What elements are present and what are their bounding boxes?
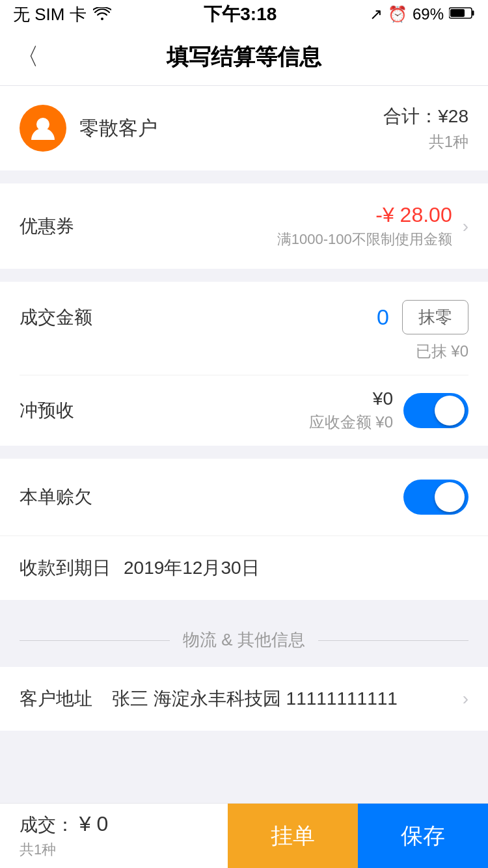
logistics-header: 物流 & 其他信息 — [0, 613, 488, 667]
logistics-header-label: 物流 & 其他信息 — [170, 630, 318, 649]
prepaid-toggle[interactable] — [403, 393, 468, 428]
customer-right: 合计：¥28 共1种 — [383, 104, 468, 152]
debt-toggle[interactable] — [403, 480, 468, 515]
status-left: 无 SIM 卡 — [13, 3, 111, 26]
time-text: 下午3:18 — [204, 2, 277, 27]
bottom-spacer — [0, 744, 488, 809]
toggle-knob-debt — [435, 482, 465, 512]
bottom-deal-label: 成交： — [20, 815, 74, 835]
address-section: 客户地址 张三 海淀永丰科技园 11111111111 › — [0, 667, 488, 731]
content: 零散客户 合计：¥28 共1种 优惠券 -¥ 28.00 满1000-100不限… — [0, 86, 488, 809]
coupon-card: 优惠券 -¥ 28.00 满1000-100不限制使用金额 › — [0, 183, 488, 269]
pending-button[interactable]: 挂单 — [228, 804, 358, 869]
round-button[interactable]: 抹零 — [402, 300, 468, 334]
toggle-knob — [435, 396, 465, 426]
battery-icon — [449, 5, 475, 23]
save-button[interactable]: 保存 — [358, 804, 488, 869]
avatar-icon — [27, 113, 59, 144]
debt-row: 本单赊欠 — [0, 459, 488, 536]
debt-label: 本单赊欠 — [20, 485, 92, 509]
avatar — [20, 105, 66, 152]
amount-row: 成交金额 0 抹零 — [0, 282, 488, 341]
status-right: ↗ ⏰ 69% — [370, 5, 475, 23]
chevron-right-icon: › — [463, 216, 468, 237]
amount-value: 0 — [377, 305, 389, 330]
alarm-icon: ⏰ — [388, 5, 407, 23]
deal-amount-label: 成交金额 — [20, 305, 92, 330]
prepaid-row: 冲预收 ¥0 应收金额 ¥0 — [0, 375, 488, 446]
prepaid-value-group: ¥0 应收金额 ¥0 — [309, 388, 468, 433]
coupon-row[interactable]: 优惠券 -¥ 28.00 满1000-100不限制使用金额 › — [0, 183, 488, 269]
back-button[interactable]: 〈 — [16, 41, 39, 73]
due-date-row: 收款到期日 2019年12月30日 — [0, 536, 488, 600]
bottom-deal-row: 成交： ¥ 0 — [20, 812, 208, 837]
prepaid-label: 冲预收 — [20, 398, 74, 423]
deal-amount-section: 成交金额 0 抹零 已抹 ¥0 冲预收 ¥0 应收金额 ¥0 — [0, 282, 488, 446]
svg-rect-1 — [472, 10, 474, 16]
address-chevron-icon: › — [463, 688, 468, 709]
total-count: 共1种 — [383, 131, 468, 152]
debt-section: 本单赊欠 收款到期日 2019年12月30日 — [0, 459, 488, 600]
svg-rect-2 — [450, 9, 465, 17]
coupon-desc: 满1000-100不限制使用金额 — [277, 230, 452, 249]
coupon-value: -¥ 28.00 满1000-100不限制使用金额 — [277, 203, 452, 249]
amount-right: 0 抹零 — [377, 300, 468, 334]
coupon-value-group: -¥ 28.00 满1000-100不限制使用金额 › — [277, 203, 468, 249]
customer-left: 零散客户 — [20, 105, 157, 152]
nav-title: 填写结算等信息 — [167, 42, 321, 72]
already-deducted: 已抹 ¥0 — [0, 341, 488, 375]
customer-name: 零散客户 — [79, 115, 157, 142]
bottom-summary: 成交： ¥ 0 共1种 — [0, 812, 228, 860]
address-value: 张三 海淀永丰科技园 11111111111 — [112, 686, 463, 711]
due-date-value: 2019年12月30日 — [124, 556, 260, 580]
total-amount: 合计：¥28 — [383, 104, 468, 129]
battery-percent: 69% — [413, 5, 444, 23]
bottom-deal-amount: ¥ 0 — [79, 812, 108, 835]
location-icon: ↗ — [370, 5, 383, 23]
coupon-discount: -¥ 28.00 — [277, 203, 452, 227]
prepaid-info: ¥0 应收金额 ¥0 — [309, 388, 393, 433]
nav-bar: 〈 填写结算等信息 — [0, 29, 488, 86]
coupon-label: 优惠券 — [20, 214, 74, 239]
bottom-bar: 成交： ¥ 0 共1种 挂单 保存 — [0, 803, 488, 868]
address-label: 客户地址 — [20, 686, 92, 711]
prepaid-amount: ¥0 — [309, 388, 393, 409]
due-label: 收款到期日 — [20, 556, 111, 580]
wifi-icon — [93, 5, 111, 25]
customer-row: 零散客户 合计：¥28 共1种 — [0, 86, 488, 170]
address-row[interactable]: 客户地址 张三 海淀永丰科技园 11111111111 › — [0, 667, 488, 731]
bottom-count: 共1种 — [20, 840, 208, 860]
status-bar: 无 SIM 卡 下午3:18 ↗ ⏰ 69% — [0, 0, 488, 29]
prepaid-receivable: 应收金额 ¥0 — [309, 412, 393, 433]
carrier-text: 无 SIM 卡 — [13, 3, 87, 26]
